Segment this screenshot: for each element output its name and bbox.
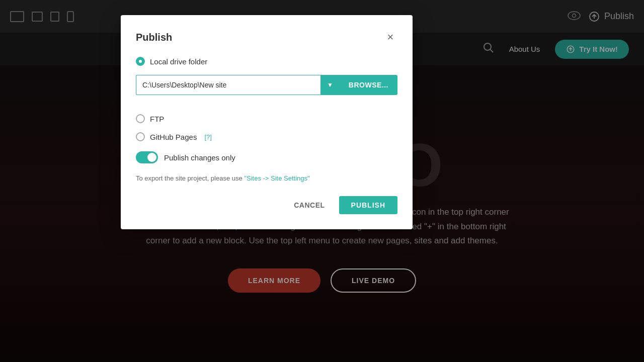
cancel-button[interactable]: CANCEL [286, 196, 333, 214]
github-option[interactable]: GitHub Pages [?] [136, 132, 397, 141]
export-note: To export the site project, please use "… [136, 174, 397, 182]
local-drive-radio[interactable] [136, 57, 145, 66]
modal-header: Publish × [136, 30, 397, 44]
publish-changes-label: Publish changes only [164, 153, 235, 162]
github-radio[interactable] [136, 132, 145, 141]
ftp-radio[interactable] [136, 114, 145, 123]
browse-button[interactable]: BROWSE... [340, 75, 397, 95]
export-note-text: To export the site project, please use [136, 174, 244, 182]
export-link[interactable]: "Sites -> Site Settings" [244, 174, 309, 182]
modal-footer: CANCEL PUBLISH [136, 196, 397, 214]
local-drive-option[interactable]: Local drive folder [136, 57, 397, 66]
close-button[interactable]: × [383, 30, 397, 44]
modal-title: Publish [136, 32, 172, 43]
github-help-link[interactable]: [?] [204, 133, 211, 141]
path-dropdown-button[interactable]: ▼ [320, 75, 340, 95]
path-row: ▼ BROWSE... [136, 75, 397, 95]
publish-changes-toggle[interactable] [136, 151, 158, 163]
publish-options: Local drive folder ▼ BROWSE... FTP GitHu… [136, 57, 397, 141]
local-drive-label: Local drive folder [150, 57, 207, 66]
publish-modal: Publish × Local drive folder ▼ BROWSE...… [121, 15, 413, 229]
path-input[interactable] [136, 75, 320, 95]
ftp-label: FTP [150, 115, 164, 123]
ftp-option[interactable]: FTP [136, 114, 397, 123]
publish-action-button[interactable]: PUBLISH [339, 196, 397, 214]
dropdown-arrow-icon: ▼ [327, 81, 333, 88]
publish-changes-toggle-row: Publish changes only [136, 151, 397, 163]
github-label: GitHub Pages [150, 133, 197, 141]
toggle-knob [147, 153, 156, 162]
